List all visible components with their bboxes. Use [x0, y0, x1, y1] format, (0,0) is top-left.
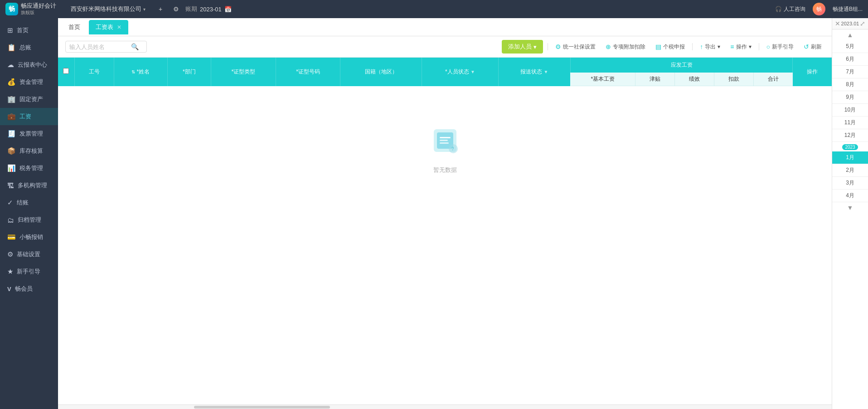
table-container: 工号 ⇅ *姓名 *部门 *证型类型 *证型号码 国籍（地区） *人员状态 ▼	[58, 58, 832, 404]
export-dropdown-icon: ▾	[718, 44, 720, 50]
date-item-feb[interactable]: 2月	[832, 164, 868, 177]
date-item-11[interactable]: 11月	[832, 117, 868, 129]
chevron-down-icon: ▾	[143, 7, 145, 12]
th-id: 工号	[74, 58, 114, 86]
th-basic-salary: *基本工资	[570, 73, 635, 86]
sidebar-item-close[interactable]: ✓ 结账	[0, 194, 58, 211]
member-icon: V	[7, 286, 11, 292]
company-selector[interactable]: 西安虾米网络科技有限公司 ▾	[67, 3, 149, 15]
svg-rect-2	[440, 137, 451, 138]
sidebar-item-tax[interactable]: 📊 税务管理	[0, 160, 58, 177]
guide-action[interactable]: ○ 新手引导	[764, 41, 796, 53]
sidebar-item-inventory[interactable]: 📦 库存核算	[0, 142, 58, 160]
sidebar: ⊞ 首页 📋 总账 ☁ 云报表中心 💰 资金管理 🏢 固定资产 💼 工资 🧾 发…	[0, 18, 58, 409]
tab-payroll-label: 工资表	[96, 23, 113, 31]
sidebar-item-guide[interactable]: ★ 新手引导	[0, 263, 58, 280]
user-name[interactable]: 畅捷通B组...	[833, 5, 863, 13]
sidebar-item-invoice[interactable]: 🧾 发票管理	[0, 125, 58, 142]
logo-text-group: 畅应通好会计 旗舰版	[21, 2, 56, 16]
date-item-9[interactable]: 9月	[832, 91, 868, 104]
date-panel-close-button[interactable]: ✕	[835, 20, 840, 27]
date-item-5[interactable]: 5月	[832, 40, 868, 53]
tax-report-action[interactable]: ▤ 个税申报	[653, 41, 688, 53]
sidebar-label-invoice: 发票管理	[19, 130, 43, 138]
export-label: 导出	[705, 43, 716, 51]
checkbox-header[interactable]	[58, 58, 74, 86]
export-action[interactable]: ↑ 导出 ▾	[697, 41, 723, 53]
tab-bar: 首页 工资表 ✕	[58, 18, 832, 36]
date-item-apr[interactable]: 4月	[832, 190, 868, 202]
guide-action-icon: ○	[766, 43, 770, 50]
add-button[interactable]: +	[155, 3, 166, 15]
tab-payroll[interactable]: 工资表 ✕	[89, 20, 128, 34]
sidebar-item-assets[interactable]: 🏢 固定资产	[0, 91, 58, 108]
social-settings-label: 统一社保设置	[563, 43, 596, 51]
fund-icon: 💰	[7, 78, 16, 86]
ledger-icon: 📋	[7, 44, 16, 52]
company-name: 西安虾米网络科技有限公司	[71, 5, 141, 13]
date-item-12[interactable]: 12月	[832, 129, 868, 142]
add-person-dropdown-icon: ▾	[533, 44, 537, 50]
sidebar-item-expense[interactable]: 💳 小畅报销	[0, 229, 58, 246]
tab-home[interactable]: 首页	[62, 20, 87, 34]
social-settings-icon: ⚙	[555, 43, 561, 50]
th-total: 合计	[754, 73, 793, 86]
deduct-action[interactable]: ⊕ 专项附加扣除	[603, 41, 648, 53]
plus-icon: +	[159, 5, 162, 13]
sidebar-item-ledger[interactable]: 📋 总账	[0, 39, 58, 56]
svg-rect-4	[440, 142, 449, 144]
date-nav-down-button[interactable]: ▼	[832, 202, 868, 213]
refresh-action[interactable]: ↺ 刷新	[801, 41, 824, 53]
refresh-icon: ↺	[804, 43, 809, 50]
top-bar: 畅 畅应通好会计 旗舰版 西安虾米网络科技有限公司 ▾ + ⚙ 账期 2023-…	[0, 0, 868, 18]
th-report-status: 报送状态 ▼	[498, 58, 570, 86]
sidebar-item-settings[interactable]: ⚙ 基础设置	[0, 246, 58, 263]
settings-button[interactable]: ⚙	[170, 3, 182, 15]
support-button[interactable]: 🎧 人工咨询	[775, 5, 805, 13]
ops-action[interactable]: ≡ 操作 ▾	[727, 41, 754, 53]
user-avatar[interactable]: 畅	[813, 3, 825, 15]
date-item-7[interactable]: 7月	[832, 66, 868, 78]
period-info: 账期 2023-01 📅	[185, 5, 232, 13]
tab-close-icon[interactable]: ✕	[117, 24, 121, 30]
current-year-badge-row: 2023	[832, 142, 868, 151]
date-nav-up-button[interactable]: ▲	[832, 29, 868, 40]
top-bar-quick-actions: + ⚙	[155, 3, 182, 15]
sidebar-item-home[interactable]: ⊞ 首页	[0, 22, 58, 39]
sidebar-item-cloud[interactable]: ☁ 云报表中心	[0, 56, 58, 73]
svg-rect-3	[440, 140, 448, 141]
tax-report-label: 个税申报	[663, 43, 685, 51]
select-all-checkbox[interactable]	[63, 68, 69, 74]
sidebar-item-multi[interactable]: 🏗 多机构管理	[0, 177, 58, 194]
sidebar-item-member[interactable]: V 畅会员	[0, 280, 58, 297]
add-person-button[interactable]: 添加人员 ▾	[502, 40, 543, 54]
date-item-10[interactable]: 10月	[832, 104, 868, 117]
date-item-8[interactable]: 8月	[832, 78, 868, 91]
divider-1	[548, 43, 548, 50]
search-icon[interactable]: 🔍	[131, 43, 139, 50]
scrollbar-thumb[interactable]	[194, 406, 330, 409]
th-nation: 国籍（地区）	[340, 58, 422, 86]
tax-report-icon: ▤	[655, 43, 661, 50]
refresh-label: 刷新	[811, 43, 822, 51]
sidebar-item-payroll[interactable]: 💼 工资	[0, 108, 58, 125]
scrollbar-track	[58, 405, 832, 409]
status-filter-icon[interactable]: ▼	[470, 69, 475, 74]
headset-icon: 🎧	[775, 6, 782, 12]
empty-text: 暂无数据	[433, 166, 457, 174]
social-settings-action[interactable]: ⚙ 统一社保设置	[553, 41, 598, 53]
tab-home-label: 首页	[68, 23, 80, 31]
basic-settings-icon: ⚙	[7, 250, 13, 258]
invoice-icon: 🧾	[7, 130, 16, 138]
sidebar-item-archive[interactable]: 🗂 归档管理	[0, 211, 58, 229]
app-name: 畅应通好会计	[21, 2, 56, 10]
date-item-6[interactable]: 6月	[832, 53, 868, 66]
date-panel-expand-button[interactable]: ⤢	[860, 20, 865, 27]
date-item-jan[interactable]: 1月	[832, 151, 868, 164]
search-input[interactable]	[69, 44, 128, 50]
date-item-mar[interactable]: 3月	[832, 177, 868, 190]
horizontal-scrollbar[interactable]	[58, 404, 832, 409]
sidebar-item-fund[interactable]: 💰 资金管理	[0, 73, 58, 91]
report-filter-icon[interactable]: ▼	[544, 69, 548, 74]
calendar-icon[interactable]: 📅	[224, 6, 232, 13]
